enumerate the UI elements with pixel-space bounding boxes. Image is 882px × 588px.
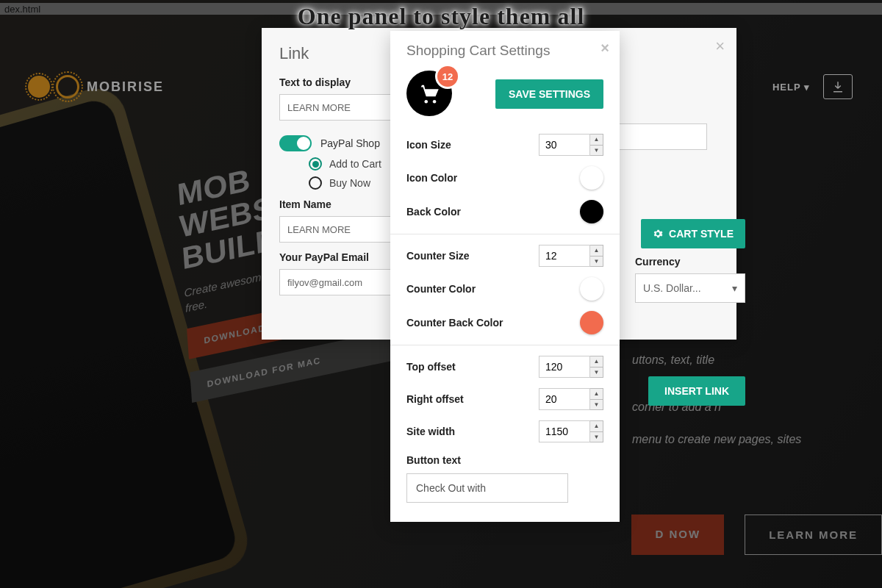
paypal-toggle[interactable] <box>279 135 312 151</box>
gear-icon <box>653 229 663 239</box>
icon-size-label: Icon Size <box>406 139 451 151</box>
cart-close-icon[interactable]: × <box>600 40 609 57</box>
site-width-label: Site width <box>406 426 455 437</box>
top-offset-input[interactable] <box>539 356 590 378</box>
row-site-width: Site width ▲▼ <box>406 420 603 442</box>
caret-down-icon: ▾ <box>732 282 737 294</box>
step-up-icon[interactable]: ▲ <box>590 135 603 146</box>
row-counter-back: Counter Back Color <box>406 311 603 334</box>
row-counter-size: Counter Size ▲▼ <box>406 245 603 267</box>
text-to-display-input[interactable] <box>279 94 393 121</box>
insert-link-button[interactable]: INSERT LINK <box>648 376 745 406</box>
cart-style-button[interactable]: CART STYLE <box>641 219 745 248</box>
divider <box>390 345 620 345</box>
svg-point-1 <box>433 100 437 104</box>
row-counter-color: Counter Color <box>406 277 603 301</box>
counter-color-swatch[interactable] <box>580 277 603 301</box>
radio-buy-label: Buy Now <box>329 177 370 189</box>
button-text-input[interactable] <box>406 473 568 503</box>
icon-color-swatch[interactable] <box>580 166 603 190</box>
step-up-icon[interactable]: ▲ <box>590 389 603 400</box>
button-text-label: Button text <box>406 454 603 466</box>
cart-icon-preview: 12 <box>406 71 453 118</box>
currency-select[interactable]: U.S. Dollar... ▾ <box>635 273 745 303</box>
site-width-input[interactable] <box>539 420 590 442</box>
right-offset-input[interactable] <box>539 388 590 410</box>
row-top-offset: Top offset ▲▼ <box>406 356 603 378</box>
link-right-col <box>608 123 722 150</box>
back-color-label: Back Color <box>406 206 461 218</box>
cart-panel-title: Shopping Cart Settings <box>406 43 603 59</box>
item-name-input[interactable] <box>279 216 393 243</box>
link-right-input[interactable] <box>608 123 707 150</box>
currency-value: U.S. Dollar... <box>643 282 701 294</box>
step-down-icon[interactable]: ▼ <box>590 432 603 442</box>
step-up-icon[interactable]: ▲ <box>590 421 603 432</box>
top-offset-label: Top offset <box>406 361 456 373</box>
cart-settings-panel: × Shopping Cart Settings 12 SAVE SETTING… <box>390 31 620 522</box>
site-width-stepper[interactable]: ▲▼ <box>539 420 603 442</box>
radio-empty-icon <box>309 176 322 190</box>
radio-checked-icon <box>309 157 322 171</box>
counter-size-stepper[interactable]: ▲▼ <box>539 245 603 267</box>
icon-size-input[interactable] <box>539 134 590 156</box>
back-color-swatch[interactable] <box>580 200 603 223</box>
cart-style-label: CART STYLE <box>669 228 734 240</box>
overlay-title: One panel to style them all <box>0 3 882 30</box>
icon-color-label: Icon Color <box>406 172 457 184</box>
row-icon-size: Icon Size ▲▼ <box>406 134 603 156</box>
currency-label: Currency <box>635 256 745 268</box>
row-icon-color: Icon Color <box>406 166 603 190</box>
step-down-icon[interactable]: ▼ <box>590 400 603 410</box>
right-offset-label: Right offset <box>406 393 464 405</box>
step-down-icon[interactable]: ▼ <box>590 368 603 378</box>
step-down-icon[interactable]: ▼ <box>590 146 603 156</box>
row-right-offset: Right offset ▲▼ <box>406 388 603 410</box>
counter-color-label: Counter Color <box>406 283 476 295</box>
top-offset-stepper[interactable]: ▲▼ <box>539 356 603 378</box>
step-up-icon[interactable]: ▲ <box>590 356 603 368</box>
icon-size-stepper[interactable]: ▲▼ <box>539 134 603 156</box>
step-down-icon[interactable]: ▼ <box>590 257 603 267</box>
row-back-color: Back Color <box>406 200 603 223</box>
step-up-icon[interactable]: ▲ <box>590 245 603 257</box>
radio-add-label: Add to Cart <box>329 158 381 170</box>
counter-size-input[interactable] <box>539 245 590 267</box>
paypal-toggle-label: PayPal Shop <box>320 137 380 149</box>
counter-back-label: Counter Back Color <box>406 317 503 329</box>
currency-block: Currency U.S. Dollar... ▾ <box>635 256 745 303</box>
paypal-email-input[interactable] <box>279 269 393 295</box>
svg-point-0 <box>424 100 428 104</box>
right-offset-stepper[interactable]: ▲▼ <box>539 388 603 410</box>
divider <box>390 234 620 234</box>
counter-size-label: Counter Size <box>406 250 470 262</box>
link-close-icon[interactable]: × <box>715 37 725 56</box>
counter-back-swatch[interactable] <box>580 311 603 334</box>
save-settings-button[interactable]: SAVE SETTINGS <box>495 79 603 109</box>
cart-badge: 12 <box>437 66 458 87</box>
row-button-text: Button text <box>406 454 603 503</box>
